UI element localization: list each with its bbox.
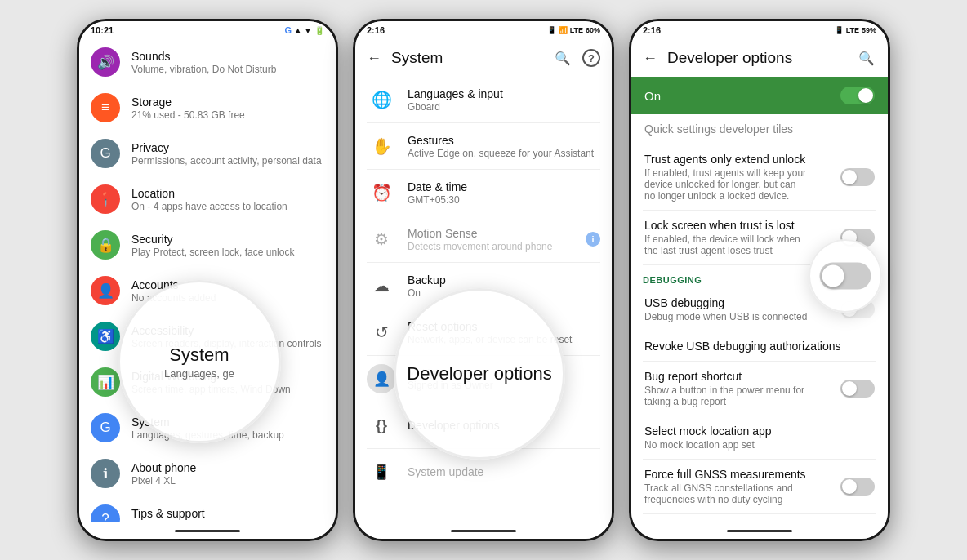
status-bar-2: 2:16 📱 📶 LTE 60% xyxy=(355,21,612,39)
dev-item-row: USB debugging Debug mode when USB is con… xyxy=(644,296,875,322)
list-item[interactable]: Trust agents only extend unlock If enabl… xyxy=(631,144,888,210)
dev-item-sub: Track all GNSS constellations and freque… xyxy=(644,482,808,505)
setting-text: Backup On xyxy=(408,273,600,299)
list-item[interactable]: Lock screen when trust is lost If enable… xyxy=(631,211,888,264)
setting-text: System Languages, gestures, time, backup xyxy=(131,416,324,441)
list-item[interactable]: Revoke USB debugging authorizations xyxy=(631,331,888,361)
setting-text: Accounts No accounts added xyxy=(131,278,324,304)
dev-item-row: Lock screen when trust is lost If enable… xyxy=(644,219,875,256)
list-item[interactable]: ⏰ Date & time GMT+05:30 xyxy=(355,170,612,216)
developer-options-item[interactable]: {} Developer options xyxy=(355,402,612,448)
search-button-3[interactable]: 🔍 xyxy=(857,48,876,68)
toolbar-title-2: System xyxy=(391,49,553,67)
location-icon: 📍 xyxy=(91,184,120,214)
signed-in-label: Signed in as Owner xyxy=(408,380,600,391)
battery-icon2: 60% xyxy=(586,26,600,34)
bottom-indicator-3 xyxy=(727,530,792,532)
list-item[interactable]: ✋ Gestures Active Edge on, squeeze for y… xyxy=(355,123,612,169)
phone-2: 2:16 📱 📶 LTE 60% ← System 🔍 ? 🌐 Language xyxy=(353,19,614,541)
toggle-thumb xyxy=(858,88,873,103)
wifi-icon: ▼ xyxy=(304,26,312,35)
setting-subtitle: Pixel 4 XL xyxy=(131,475,324,487)
setting-subtitle: Screen readers, display, interaction con… xyxy=(131,338,324,349)
dev-options-icon: {} xyxy=(367,411,396,440)
sounds-icon: 🔊 xyxy=(91,47,120,77)
list-item[interactable]: Select mock location app No mock locatio… xyxy=(631,416,888,459)
backup-icon: ☁ xyxy=(367,271,396,300)
back-button-3[interactable]: ← xyxy=(643,50,657,67)
setting-title: Privacy xyxy=(131,141,324,154)
list-item[interactable]: G Privacy Permissions, account activity,… xyxy=(79,131,336,176)
tips-icon: ? xyxy=(91,504,120,522)
list-item[interactable]: 🔒 Security Play Protect, screen lock, fa… xyxy=(79,222,336,268)
about-icon: ℹ xyxy=(91,459,120,488)
setting-title: System xyxy=(131,416,324,429)
dev-item-title: Force full GNSS measurements xyxy=(644,468,840,481)
list-item[interactable]: Bug report shortcut Show a button in the… xyxy=(631,362,888,416)
signal-icon: 📶 xyxy=(559,26,568,34)
phone-1: 10:21 G ▲ ▼ 🔋 🔊 Sounds Volume, vibration… xyxy=(77,19,338,541)
list-item[interactable]: ↺ Reset options Network, apps, or device… xyxy=(355,309,612,355)
datetime-icon: ⏰ xyxy=(367,178,396,207)
list-item[interactable]: 👤 Accounts No accounts added xyxy=(79,268,336,313)
search-button-2[interactable]: 🔍 xyxy=(553,48,573,68)
list-item[interactable]: Quick settings developer tiles xyxy=(631,114,888,144)
toolbar-icons-2: 🔍 ? xyxy=(553,48,600,68)
list-item[interactable]: ⚙ Motion Sense Detects movement around p… xyxy=(355,216,612,262)
usb-debugging-item[interactable]: USB debugging Debug mode when USB is con… xyxy=(631,288,888,331)
setting-text: Date & time GMT+05:30 xyxy=(408,180,600,206)
lock-screen-toggle[interactable] xyxy=(840,229,875,247)
toggle-thumb xyxy=(842,230,857,245)
usb-debug-toggle[interactable] xyxy=(840,300,875,318)
dev-item-title: Lock screen when trust is lost xyxy=(644,219,840,232)
dev-item-sub: If enabled, the device will lock when th… xyxy=(644,233,808,256)
list-item[interactable]: ♿ Accessibility Screen readers, display,… xyxy=(79,313,336,359)
battery-icon3: 59% xyxy=(862,26,876,34)
system-settings-list: 🌐 Languages & input Gboard ✋ Gestures Ac… xyxy=(355,77,612,522)
trust-agents-toggle[interactable] xyxy=(840,168,875,186)
usb-debug-title: USB debugging xyxy=(644,296,840,309)
help-button-2[interactable]: ? xyxy=(582,49,600,67)
multiple-users-label: Multiple users xyxy=(408,367,600,379)
setting-subtitle: Volume, vibration, Do Not Disturb xyxy=(131,64,324,75)
list-item[interactable]: 🌐 Languages & input Gboard xyxy=(355,77,612,122)
status-icons-3: 📱 LTE 59% xyxy=(835,26,876,34)
bottom-indicator-2 xyxy=(451,530,516,532)
bottom-bar-3 xyxy=(631,522,888,539)
setting-title: About phone xyxy=(131,461,324,474)
dev-on-toggle[interactable] xyxy=(840,87,875,104)
list-item[interactable]: G System Languages, gestures, time, back… xyxy=(79,405,336,451)
setting-subtitle: On xyxy=(408,287,600,299)
setting-text: Location On - 4 apps have access to loca… xyxy=(131,187,324,212)
setting-subtitle: No accounts added xyxy=(131,292,324,304)
setting-title: Tips & support xyxy=(131,507,324,520)
back-button-2[interactable]: ← xyxy=(367,50,381,67)
reset-icon: ↺ xyxy=(367,318,396,347)
setting-title: Accessibility xyxy=(131,324,324,337)
bottom-indicator xyxy=(175,530,240,532)
system-update-item[interactable]: 📱 System update xyxy=(355,449,612,495)
digital-wellbeing-icon: 📊 xyxy=(91,367,120,397)
setting-title: Gestures xyxy=(408,134,600,147)
list-item[interactable]: ☁ Backup On xyxy=(355,263,612,309)
list-item[interactable]: ? Tips & support Help articles, phone & … xyxy=(79,496,336,522)
time-3: 2:16 xyxy=(643,25,661,35)
bottom-bar-1 xyxy=(79,522,336,539)
setting-text: Accessibility Screen readers, display, i… xyxy=(131,324,324,349)
setting-text: Digital Wellbeing Screen time, app timer… xyxy=(131,370,324,395)
list-item[interactable]: Enable view attribute inspection xyxy=(631,514,888,522)
list-item[interactable]: 🔊 Sounds Volume, vibration, Do Not Distu… xyxy=(79,39,336,85)
gnss-toggle[interactable] xyxy=(840,478,875,496)
usb-debug-sub: Debug mode when USB is connected xyxy=(644,311,808,322)
list-item[interactable]: 📍 Location On - 4 apps have access to lo… xyxy=(79,176,336,222)
dev-item-title: Quick settings developer tiles xyxy=(644,122,793,136)
list-item[interactable]: ℹ About phone Pixel 4 XL xyxy=(79,451,336,496)
privacy-icon: G xyxy=(91,139,120,168)
setting-text: Privacy Permissions, account activity, p… xyxy=(131,141,324,167)
list-item[interactable]: ≡ Storage 21% used - 50.83 GB free xyxy=(79,85,336,131)
bug-report-toggle[interactable] xyxy=(840,380,875,398)
multiple-users-item[interactable]: 👤 Multiple users Signed in as Owner xyxy=(355,356,612,402)
list-item[interactable]: 📊 Digital Wellbeing Screen time, app tim… xyxy=(79,359,336,405)
list-item[interactable]: Force full GNSS measurements Track all G… xyxy=(631,460,888,513)
setting-text: Storage 21% used - 50.83 GB free xyxy=(131,96,324,121)
